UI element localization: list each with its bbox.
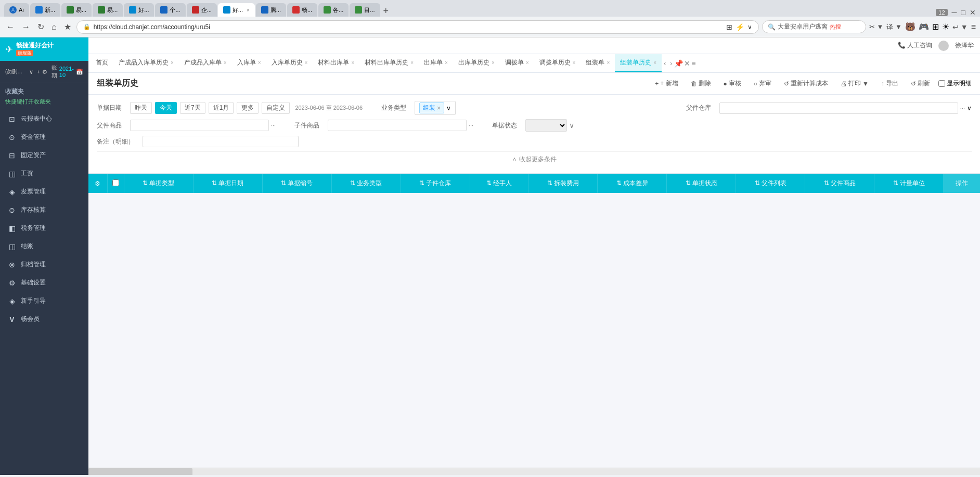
parent-goods-input[interactable]: [130, 120, 269, 131]
browser-tab-yi2[interactable]: 易...: [93, 3, 123, 17]
game-icon[interactable]: 🎮: [919, 22, 929, 32]
scrollbar-thumb[interactable]: [88, 468, 192, 475]
tab-transfer-history[interactable]: 调拨单历史 ×: [534, 54, 581, 72]
browser-tab-yi1[interactable]: 易...: [61, 3, 92, 17]
tab-close-transfer-history[interactable]: ×: [573, 60, 576, 66]
new-button[interactable]: + + 新增: [651, 77, 682, 90]
new-tab-button[interactable]: +: [381, 6, 391, 17]
tab-close-material-out[interactable]: ×: [351, 60, 354, 66]
company-selector[interactable]: (勿删勿禁用）江西服宝测试专用 ∨ + ⚙ 账期 2021-10 📅: [0, 61, 88, 83]
settings-icon[interactable]: ⚙: [95, 180, 100, 187]
browser-tab-hao1[interactable]: 好...: [124, 3, 154, 17]
tab-inbound-history[interactable]: 入库单历史 ×: [266, 54, 313, 72]
parent-goods-more[interactable]: ···: [271, 122, 276, 128]
browser-tab-teng[interactable]: 腾...: [256, 3, 286, 17]
abandon-button[interactable]: ○ 弃审: [750, 77, 776, 90]
tab-finished[interactable]: 产成品入库单 ×: [179, 54, 232, 72]
business-type-remove[interactable]: ×: [437, 105, 441, 112]
tab-close-material-out-history[interactable]: ×: [410, 60, 414, 66]
th-handler[interactable]: ⇅ 经手人: [470, 174, 528, 193]
collapse-bar[interactable]: ∧ 收起更多条件: [97, 151, 972, 167]
grid-icon[interactable]: ⊞: [932, 22, 939, 32]
browser-tab-close-hao2[interactable]: ×: [247, 7, 250, 13]
bookmark-button[interactable]: ★: [62, 21, 73, 33]
url-bar[interactable]: 🔒 https://cloud.chanjet.com/accounting/u…: [76, 20, 759, 34]
th-order-date[interactable]: ⇅ 单据日期: [193, 174, 262, 193]
delete-button[interactable]: 🗑 删除: [687, 77, 715, 90]
tab-close-outbound[interactable]: ×: [445, 60, 448, 66]
sidebar-item-settings[interactable]: ⚙ 基础设置: [0, 274, 88, 292]
sidebar-item-invoice[interactable]: ◈ 发票管理: [0, 183, 88, 201]
service-link[interactable]: 📞 人工咨询: [898, 41, 932, 50]
tab-assembly-history[interactable]: 组装单历史 ×: [615, 54, 662, 72]
back-button[interactable]: ←: [4, 21, 17, 33]
nav-left-arrow[interactable]: ‹: [662, 60, 668, 67]
menu-icon[interactable]: ≡: [971, 22, 976, 32]
sidebar-item-salary[interactable]: ◫ 工资: [0, 164, 88, 183]
th-disassembly-cost[interactable]: ⇅ 拆装费用: [528, 174, 598, 193]
tab-material-out[interactable]: 材料出库单 ×: [313, 54, 359, 72]
add-icon[interactable]: +: [36, 69, 40, 75]
maximize-icon[interactable]: □: [961, 8, 965, 17]
undo-icon[interactable]: ↩ ▼: [952, 23, 968, 31]
tab-close-assembly-history[interactable]: ×: [653, 60, 656, 66]
sun-icon[interactable]: ☀: [942, 22, 949, 32]
tab-close-outbound-history[interactable]: ×: [492, 60, 495, 66]
th-checkbox[interactable]: [107, 174, 124, 193]
audit-button[interactable]: ● 审核: [719, 77, 745, 90]
tab-close-transfer[interactable]: ×: [526, 60, 529, 66]
tab-close-finished-history[interactable]: ×: [171, 60, 174, 66]
th-unit[interactable]: ⇅ 计量单位: [874, 174, 944, 193]
nav-more-icon[interactable]: ≡: [691, 59, 695, 68]
home-button[interactable]: ⌂: [49, 21, 59, 33]
tab-close-inbound[interactable]: ×: [258, 60, 261, 66]
tab-close-inbound-history[interactable]: ×: [305, 60, 308, 66]
week-btn[interactable]: 近7天: [180, 102, 205, 114]
browser-tab-chang[interactable]: 畅...: [287, 3, 317, 17]
sidebar-item-tax[interactable]: ◧ 税务管理: [0, 219, 88, 237]
forward-button[interactable]: →: [20, 21, 32, 33]
sidebar-item-member[interactable]: V 畅会员: [0, 310, 88, 328]
browser-tab-qi[interactable]: 企...: [187, 3, 217, 17]
sidebar-item-closing[interactable]: ◫ 结账: [0, 237, 88, 255]
tab-outbound[interactable]: 出库单 ×: [419, 54, 453, 72]
sidebar-item-inventory[interactable]: ⊜ 库存核算: [0, 201, 88, 219]
th-parent-goods[interactable]: ⇅ 父件商品: [805, 174, 874, 193]
browser-tab-ge[interactable]: 个...: [155, 3, 185, 17]
sidebar-item-cloud-reports[interactable]: ⊡ 云报表中心: [0, 110, 88, 128]
minimize-icon[interactable]: ─: [952, 8, 957, 17]
th-child-warehouse[interactable]: ⇅ 子件仓库: [401, 174, 470, 193]
month-btn[interactable]: 近1月: [209, 102, 234, 114]
th-order-status[interactable]: ⇅ 单据状态: [667, 174, 736, 193]
parent-warehouse-input[interactable]: [719, 102, 958, 114]
th-settings[interactable]: ⚙: [88, 174, 107, 193]
refresh-browser-button[interactable]: ↻: [35, 21, 46, 33]
pin-icon[interactable]: 📌: [674, 59, 683, 68]
close-icon[interactable]: ✕: [970, 8, 976, 17]
search-bar[interactable]: 🔍 大量安卓用户逃离 热搜: [762, 20, 866, 33]
order-status-select[interactable]: [525, 119, 567, 132]
custom-btn[interactable]: 自定义: [262, 102, 290, 114]
tab-transfer[interactable]: 调拨单 ×: [500, 54, 534, 72]
tab-inbound[interactable]: 入库单 ×: [232, 54, 266, 72]
yesterday-btn[interactable]: 昨天: [130, 102, 152, 114]
tab-home[interactable]: 首页: [91, 54, 113, 72]
tab-close-assembly[interactable]: ×: [607, 60, 610, 66]
emoji-icon[interactable]: 🐻: [905, 22, 915, 32]
child-goods-more[interactable]: ···: [469, 122, 473, 128]
today-btn[interactable]: 今天: [155, 102, 177, 114]
th-order-no[interactable]: ⇅ 单据编号: [262, 174, 331, 193]
th-cost-diff[interactable]: ⇅ 成本差异: [598, 174, 667, 193]
refresh-button[interactable]: ↺ 刷新: [907, 77, 934, 90]
parent-warehouse-more[interactable]: ···: [960, 105, 965, 111]
close-all-icon[interactable]: ✕: [684, 59, 690, 68]
notes-input[interactable]: [143, 136, 299, 147]
select-all-checkbox[interactable]: [112, 179, 119, 186]
browser-tab-new[interactable]: 新...: [30, 3, 60, 17]
recalculate-button[interactable]: ↺ 重新计算成本: [780, 77, 832, 90]
sidebar-item-fixed-assets[interactable]: ⊟ 固定资产: [0, 146, 88, 164]
print-button[interactable]: 🖨 打印 ▼: [836, 77, 873, 90]
sidebar-item-guide[interactable]: ◈ 新手引导: [0, 292, 88, 310]
sidebar-item-capital[interactable]: ⊙ 资金管理: [0, 128, 88, 146]
browser-tab-ai[interactable]: A Ai: [4, 3, 29, 17]
